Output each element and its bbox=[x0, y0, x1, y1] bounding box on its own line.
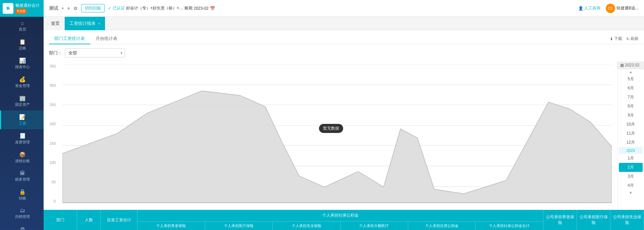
date-item-6[interactable]: 6月 bbox=[618, 84, 644, 93]
sidebar-item-funds[interactable]: 💰 资金管理 bbox=[0, 73, 44, 92]
date-panel-header: ▦ 2023.02 bbox=[618, 61, 644, 69]
th-major-medical: 个人承担大额医疗 bbox=[340, 222, 408, 230]
sidebar-item-ledger[interactable]: 📋 总账 bbox=[0, 35, 44, 54]
y-label-50: 50 bbox=[44, 180, 57, 184]
sidebar-item-invoices[interactable]: 🧾 发票管理 bbox=[0, 129, 44, 148]
sidebar-item-tax[interactable]: 🏛 税务管理 bbox=[0, 167, 44, 185]
date-nav-up[interactable]: ▲ bbox=[618, 69, 644, 75]
date-item-10[interactable]: 10月 bbox=[618, 120, 644, 129]
sidebar-item-settings[interactable]: ⚙ 设置 bbox=[0, 223, 44, 230]
download-label: 下载 bbox=[614, 36, 622, 42]
date-item-1[interactable]: 1月 bbox=[618, 154, 644, 163]
tab-home-label: 首页 bbox=[51, 20, 60, 27]
sidebar-label-archive: 归档管理 bbox=[15, 214, 30, 219]
content-area: 部门工资统计表 月份统计表 ⬇ 下载 ↻ 刷新 部门： 全部 财务部 销 bbox=[44, 30, 644, 230]
add-icon[interactable]: + bbox=[67, 5, 70, 11]
th-count: 人数 bbox=[77, 210, 101, 230]
user-area[interactable]: CE 轻捷通B追... bbox=[606, 4, 639, 13]
period-label: 账期 bbox=[184, 5, 193, 11]
th-social-total: 个人承担社保公积金合计 bbox=[476, 222, 543, 230]
avatar: CE bbox=[606, 4, 615, 13]
sidebar-label-tax: 税务管理 bbox=[15, 177, 30, 182]
sidebar-item-payroll[interactable]: 📝 工资 bbox=[0, 110, 44, 129]
sidebar-label-sales: 进销台账 bbox=[15, 158, 30, 164]
y-label-300: 300 bbox=[44, 83, 57, 87]
assets-icon: 🏢 bbox=[19, 95, 26, 101]
subtab-bar: 部门工资统计表 月份统计表 ⬇ 下载 ↻ 刷新 bbox=[44, 30, 644, 44]
refresh-button[interactable]: ↻ 刷新 bbox=[626, 36, 639, 42]
logo-text-block: 畅捷通好会计 专业版 bbox=[15, 3, 40, 14]
sidebar-nav: ⌂ 首页 📋 总账 📊 报表中心 💰 资金管理 🏢 固定资产 📝 工资 🧾 发票… bbox=[0, 17, 44, 230]
calendar-icon[interactable]: 📅 bbox=[210, 6, 215, 11]
topbar-right: 👤 人工咨询 CE 轻捷通B追... bbox=[578, 4, 639, 13]
funds-icon: 💰 bbox=[19, 76, 26, 83]
date-item-9[interactable]: 9月 bbox=[618, 111, 644, 120]
payroll-icon: 📝 bbox=[19, 114, 26, 120]
tab-bar: 首页 工资统计报表 × bbox=[44, 17, 644, 30]
help-button[interactable]: 👤 人工咨询 bbox=[578, 5, 600, 11]
date-nav-down[interactable]: ▼ bbox=[618, 190, 644, 195]
sidebar-item-reports[interactable]: 📊 报表中心 bbox=[0, 54, 44, 73]
sidebar-label-reports: 报表中心 bbox=[15, 64, 30, 70]
sidebar-label-home: 首页 bbox=[19, 27, 26, 32]
period-value: 2023-02 bbox=[194, 6, 209, 11]
project-name: 测试 bbox=[49, 5, 58, 11]
th-company-unemployment: 公司承担失业保险 bbox=[610, 210, 644, 230]
chart-svg bbox=[62, 64, 612, 207]
y-label-100: 100 bbox=[44, 160, 57, 165]
date-year-2023: 2023 bbox=[619, 147, 643, 154]
y-label-350: 350 bbox=[44, 64, 57, 68]
filter-row: 部门： 全部 财务部 销售部 技术部 人事部 bbox=[44, 44, 644, 61]
gear-icon[interactable]: ⚙ bbox=[73, 6, 78, 11]
sidebar-label-payroll: 工资 bbox=[19, 121, 26, 126]
download-button[interactable]: ⬇ 下载 bbox=[610, 36, 622, 42]
th-housing-fund: 个人承担住房公积金 bbox=[408, 222, 476, 230]
certified-badge: ✓ 已认证 bbox=[108, 5, 124, 11]
tax-icon: 🏛 bbox=[20, 170, 25, 176]
sidebar-label-close: 结账 bbox=[19, 196, 26, 201]
date-item-2[interactable]: 2月 bbox=[619, 163, 643, 172]
th-group-subs: 个人承担养老保险 个人承担医疗保险 个人承担失业保险 个人承担大额医疗 个人承担… bbox=[138, 222, 543, 230]
sidebar: 畅 畅捷通好会计 专业版 ⌂ 首页 📋 总账 📊 报表中心 💰 资金管理 🏢 固… bbox=[0, 0, 44, 230]
home-icon: ⌂ bbox=[21, 20, 24, 26]
sidebar-item-close[interactable]: 🔒 结账 bbox=[0, 185, 44, 204]
sidebar-item-assets[interactable]: 🏢 固定资产 bbox=[0, 92, 44, 110]
date-panel: ▦ 2023.02 ▲ 5月 6月 7月 8月 9月 10月 11月 12月 2… bbox=[617, 61, 644, 210]
subtab-dept[interactable]: 部门工资统计表 bbox=[49, 34, 90, 44]
th-group-title: 个人承担社保公积金 bbox=[138, 210, 543, 222]
date-item-11[interactable]: 11月 bbox=[618, 129, 644, 138]
dept-select[interactable]: 全部 财务部 销售部 技术部 人事部 bbox=[65, 48, 125, 57]
date-item-7[interactable]: 7月 bbox=[618, 93, 644, 102]
chevron-down-icon[interactable]: ▾ bbox=[62, 6, 64, 11]
sidebar-item-home[interactable]: ⌂ 首页 bbox=[0, 17, 44, 35]
tab-close-icon[interactable]: × bbox=[98, 21, 100, 26]
date-item-3[interactable]: 3月 bbox=[618, 172, 644, 181]
logo-badge: 专业版 bbox=[15, 9, 26, 14]
app-logo: 畅 畅捷通好会计 专业版 bbox=[0, 0, 44, 17]
y-label-150: 150 bbox=[44, 141, 57, 145]
th-medical: 个人承担医疗保险 bbox=[205, 222, 273, 230]
date-item-8[interactable]: 8月 bbox=[618, 102, 644, 111]
date-item-12[interactable]: 12月 bbox=[618, 138, 644, 147]
date-filter-icon: ▦ bbox=[620, 63, 624, 67]
y-label-250: 250 bbox=[44, 103, 57, 107]
date-item-5[interactable]: 5月 bbox=[618, 75, 644, 84]
username: 轻捷通B追... bbox=[616, 5, 639, 11]
download-icon: ⬇ bbox=[610, 37, 613, 41]
sidebar-item-sales[interactable]: 📦 进销台账 bbox=[0, 148, 44, 167]
reports-icon: 📊 bbox=[19, 57, 26, 64]
sidebar-label-invoices: 发票管理 bbox=[15, 140, 30, 145]
table-header: 部门 人数 应发工资合计 个人承担社保公积金 个人承担养老保险 个人承担医疗保险… bbox=[44, 210, 644, 230]
subtab-monthly[interactable]: 月份统计表 bbox=[90, 34, 123, 44]
refresh-icon: ↻ bbox=[626, 37, 630, 41]
tab-payroll-report[interactable]: 工资统计报表 × bbox=[65, 17, 105, 30]
switch-old-button[interactable]: 切到旧版 bbox=[81, 4, 105, 12]
tab-home[interactable]: 首页 bbox=[46, 17, 65, 30]
refresh-label: 刷新 bbox=[631, 36, 639, 42]
date-current: 2023.02 bbox=[625, 63, 639, 67]
sidebar-label-ledger: 总账 bbox=[19, 46, 26, 51]
date-item-4[interactable]: 4月 bbox=[618, 181, 644, 190]
sidebar-item-archive[interactable]: 🗂 归档管理 bbox=[0, 204, 44, 223]
ledger-icon: 📋 bbox=[19, 39, 26, 45]
logo-icon: 畅 bbox=[3, 3, 13, 14]
